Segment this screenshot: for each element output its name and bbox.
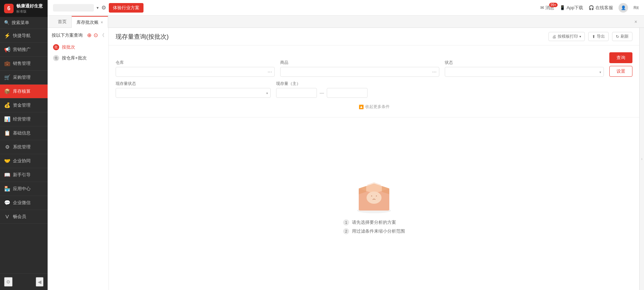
scheme-item-batch[interactable]: 批 按批次 <box>50 42 106 53</box>
empty-tip-2: 2 用过滤条件来缩小分析范围 <box>343 228 405 234</box>
product-label: 商品 <box>280 60 439 66</box>
experience-industry-button[interactable]: 体验行业方案 <box>109 3 143 13</box>
filter-settings-button[interactable]: 设置 <box>609 66 632 77</box>
scheme-settings-button[interactable]: ⊙ <box>94 32 98 38</box>
page-title: 现存量查询(按批次) <box>116 33 169 41</box>
refresh-button[interactable]: ↻ 刷新 <box>612 32 632 41</box>
right-edge: › <box>639 28 644 290</box>
messages-badge: 99+ <box>549 3 558 7</box>
tab-home[interactable]: 首页 <box>53 16 72 28</box>
operations-icon: 📊 <box>4 116 10 122</box>
sidebar-item-app-center[interactable]: 🏪 应用中心 <box>0 182 48 196</box>
warehouse-dots-button[interactable]: ··· <box>268 69 272 75</box>
app-title: 畅康通好生意 标准版 <box>16 3 43 14</box>
sidebar-item-purchase[interactable]: 🛒 采购管理 <box>0 71 48 85</box>
sidebar-item-member[interactable]: V 畅会员 <box>0 210 48 224</box>
search-icon: 🔍 <box>4 20 10 25</box>
inventory-status-field: 现存量状态 ▾ <box>116 81 271 98</box>
tip-1-number: 1 <box>343 219 349 225</box>
inventory-status-select[interactable] <box>116 88 271 98</box>
quick-nav-label: 快捷导航 <box>13 33 31 39</box>
filter-row-1: 仓库 ··· 商品 ··· <box>116 51 632 77</box>
sidebar-item-quick-nav[interactable]: ⚡ 快捷导航 <box>0 29 48 43</box>
content-area: 按以下方案查询 ⊕ ⊙ 《 批 按批次 仓 按仓库+批次 <box>48 28 644 290</box>
online-service-label: 在线客服 <box>595 5 613 11</box>
sidebar-item-newbie[interactable]: 📖 新手引导 <box>0 168 48 182</box>
print-btn-label: 按模板打印 <box>558 34 578 39</box>
purchase-label: 采购管理 <box>13 74 31 80</box>
scheme-panel-header: 按以下方案查询 ⊕ ⊙ 《 <box>48 32 108 42</box>
sidebar-item-finance[interactable]: 💰 资金管理 <box>0 98 48 112</box>
scheme-list: 批 按批次 仓 按仓库+批次 <box>48 42 108 64</box>
scheme-collapse-button[interactable]: 《 <box>100 32 104 38</box>
export-button[interactable]: ⬆ 导出 <box>588 32 609 41</box>
topbar-right: ✉ 消息 99+ 📱 App下载 🎧 在线客服 👤 Rit <box>540 3 639 13</box>
scheme-batch-label: 按批次 <box>62 44 75 50</box>
scheme-panel: 按以下方案查询 ⊕ ⊙ 《 批 按批次 仓 按仓库+批次 <box>48 28 109 290</box>
print-button[interactable]: 🖨 按模板打印 ▾ <box>548 32 585 41</box>
tab-inventory-batch-label: 库存批次账 <box>77 19 99 25</box>
sidebar-item-base-info[interactable]: 📋 基础信息 <box>0 126 48 140</box>
app-logo: 6 <box>4 4 14 13</box>
enterprise-label: 企业协同 <box>13 158 31 164</box>
online-service-button[interactable]: 🎧 在线客服 <box>589 5 613 11</box>
query-buttons: 查询 设置 <box>609 52 632 77</box>
marketing-icon: 📢 <box>4 47 10 53</box>
tab-close-icon[interactable]: × <box>101 20 103 25</box>
member-label: 畅会员 <box>13 214 26 220</box>
sidebar-item-enterprise-wechat[interactable]: 💬 企业微信 <box>0 196 48 210</box>
sidebar-settings-button[interactable]: ⚙ <box>4 277 13 287</box>
topbar-left: ▾ ⚙ 体验行业方案 <box>53 3 536 13</box>
app-download-button[interactable]: 📱 App下载 <box>560 5 583 11</box>
tip-1-text: 请先选择要分析的方案 <box>352 219 396 225</box>
filter-row-2: 现存量状态 ▾ 现存量（主） — <box>116 81 632 98</box>
sidebar-search[interactable]: 🔍 搜索菜单 <box>0 17 48 29</box>
scheme-warehouse-batch-label: 按仓库+批次 <box>62 55 87 61</box>
export-icon: ⬆ <box>592 34 595 39</box>
inventory-qty-min-input[interactable] <box>276 88 317 98</box>
system-label: 系统管理 <box>13 144 31 150</box>
app-center-label: 应用中心 <box>13 186 31 192</box>
tab-inventory-batch[interactable]: 库存批次账 × <box>72 16 108 28</box>
warehouse-input[interactable] <box>116 67 275 77</box>
sidebar-item-operations[interactable]: 📊 经营管理 <box>0 112 48 126</box>
scheme-add-button[interactable]: ⊕ <box>87 32 91 38</box>
inventory-qty-max-input[interactable] <box>327 88 368 98</box>
svg-point-5 <box>367 192 382 204</box>
sidebar-item-enterprise[interactable]: 🤝 企业协同 <box>0 154 48 168</box>
phone-icon: 📱 <box>560 5 565 10</box>
print-dropdown-icon[interactable]: ▾ <box>579 35 581 38</box>
search-menu-label: 搜索菜单 <box>12 20 29 26</box>
product-dots-button[interactable]: ··· <box>432 69 437 75</box>
enterprise-icon: 🤝 <box>4 158 10 164</box>
collapse-more-conditions-button[interactable]: 🔼 收起更多条件 <box>116 102 632 112</box>
sidebar-collapse-button[interactable]: ◀ <box>36 277 44 287</box>
topbar-gear-button[interactable]: ⚙ <box>101 4 106 11</box>
sidebar-item-marketing[interactable]: 📢 营销推广 <box>0 43 48 57</box>
sidebar-item-inventory[interactable]: 📦 库存核算 <box>0 85 48 98</box>
query-button[interactable]: 查询 <box>609 52 632 63</box>
newbie-icon: 📖 <box>4 172 10 178</box>
topbar-dropdown-button[interactable]: ▾ <box>97 5 99 10</box>
page-title-bar: 现存量查询(按批次) 🖨 按模板打印 ▾ ⬆ 导出 ↻ 刷新 <box>109 28 639 46</box>
filter-area: 仓库 ··· 商品 ··· <box>109 46 639 117</box>
status-select[interactable] <box>445 67 604 77</box>
user-name[interactable]: Rit <box>633 5 639 10</box>
right-edge-arrow[interactable]: › <box>641 155 643 163</box>
sidebar-item-sales[interactable]: 💼 销售管理 <box>0 57 48 71</box>
breadcrumb-input[interactable] <box>53 4 94 12</box>
product-input-wrapper: ··· <box>280 67 439 77</box>
collapse-btn-label: 收起更多条件 <box>365 104 390 110</box>
user-avatar[interactable]: 👤 <box>618 3 628 13</box>
status-field: 状态 ▾ <box>445 60 604 77</box>
sidebar-item-system[interactable]: ⚙ 系统管理 <box>0 140 48 154</box>
scheme-panel-actions: ⊕ ⊙ 《 <box>87 32 104 38</box>
finance-label: 资金管理 <box>13 102 31 108</box>
app-download-label: App下载 <box>566 5 583 11</box>
inventory-qty-label: 现存量（主） <box>276 81 431 87</box>
product-input[interactable] <box>280 67 439 77</box>
sales-label: 销售管理 <box>13 60 31 67</box>
tab-panel-close-button[interactable]: × <box>633 18 639 26</box>
scheme-item-warehouse-batch[interactable]: 仓 按仓库+批次 <box>50 53 106 64</box>
messages-button[interactable]: ✉ 消息 99+ <box>540 5 554 11</box>
